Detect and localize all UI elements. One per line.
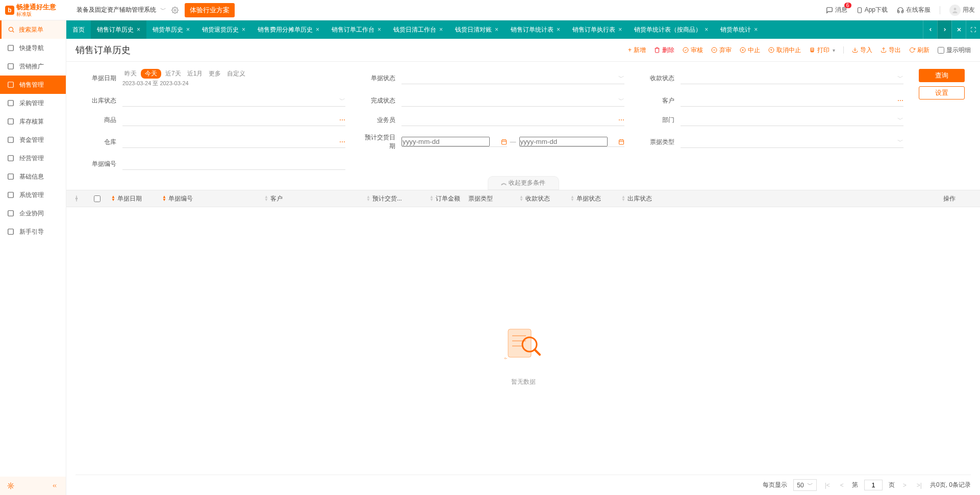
stop-button[interactable]: 中止 <box>740 46 760 55</box>
sidebar-item-1[interactable]: 营销推广 <box>0 57 66 76</box>
per-page-select[interactable]: 50 ﹀ <box>793 479 816 491</box>
expected-date-from[interactable] <box>401 137 507 147</box>
import-button[interactable]: 导入 <box>852 46 872 55</box>
close-icon[interactable]: × <box>316 26 319 33</box>
tab-0[interactable]: 首页 <box>66 20 91 39</box>
sidebar-item-8[interactable]: 系统管理 <box>0 186 66 204</box>
print-button[interactable]: 打印 <box>809 46 835 55</box>
cancel-stop-button[interactable]: 取消中止 <box>768 46 801 55</box>
tab-2[interactable]: 销货单历史× <box>146 20 196 39</box>
close-icon[interactable]: × <box>754 26 758 33</box>
show-detail-checkbox[interactable]: 显示明细 <box>938 46 971 55</box>
close-icon[interactable]: × <box>378 26 381 33</box>
tab-11[interactable]: 销货单统计× <box>714 20 764 39</box>
sidebar-item-5[interactable]: 资金管理 <box>0 131 66 149</box>
show-detail-checkbox-input[interactable] <box>938 47 944 54</box>
tabs-scroll-left[interactable] <box>923 20 937 39</box>
system-selector[interactable]: 装备及固定资产辅助管理系统 ﹀ <box>77 6 166 14</box>
expected-date-to-input[interactable] <box>519 137 608 146</box>
tabs-scroll-right[interactable] <box>937 20 951 39</box>
tab-7[interactable]: 钱货日清对账× <box>449 20 505 39</box>
date-opt-0[interactable]: 昨天 <box>122 69 139 79</box>
sidebar-item-4[interactable]: 库存核算 <box>0 112 66 131</box>
page-prev[interactable]: < <box>838 482 846 489</box>
col-collect-status[interactable]: ▲▼收款状态 <box>515 190 566 207</box>
tab-4[interactable]: 销售费用分摊单历史× <box>252 20 325 39</box>
refresh-button[interactable]: 刷新 <box>909 46 929 55</box>
experience-button[interactable]: 体验行业方案 <box>185 3 235 17</box>
page-next[interactable]: > <box>901 482 909 489</box>
date-opt-5[interactable]: 自定义 <box>225 69 247 79</box>
col-ticket[interactable]: 票据类型 <box>464 190 515 207</box>
sidebar-item-3[interactable]: 采购管理 <box>0 94 66 112</box>
tab-3[interactable]: 销货退货历史× <box>196 20 252 39</box>
tab-1[interactable]: 销售订单历史× <box>91 20 146 39</box>
sidebar-item-7[interactable]: 基础信息 <box>0 167 66 186</box>
query-button[interactable]: 查询 <box>919 69 965 82</box>
tab-9[interactable]: 销售订单执行表× <box>566 20 628 39</box>
col-expected[interactable]: ▲▼预计交货... <box>362 190 413 207</box>
select-all-checkbox[interactable] <box>87 190 107 207</box>
tabs-fullscreen[interactable] <box>966 20 980 39</box>
col-bill-date[interactable]: ▲▼单据日期 <box>107 190 158 207</box>
col-amount[interactable]: ▲▼订单金额 <box>413 190 464 207</box>
page-first[interactable]: |< <box>823 482 832 489</box>
col-bill-status[interactable]: ▲▼单据状态 <box>566 190 617 207</box>
online-service-button[interactable]: 在线客服 <box>897 6 931 14</box>
gear-icon[interactable] <box>171 7 179 14</box>
complete-status-select[interactable]: ﹀ <box>401 94 624 107</box>
delete-button[interactable]: 删除 <box>654 46 674 55</box>
date-opt-4[interactable]: 更多 <box>207 69 223 79</box>
col-customer[interactable]: ▲▼客户 <box>260 190 362 207</box>
tab-6[interactable]: 钱货日清工作台× <box>387 20 449 39</box>
date-opt-1[interactable]: 今天 <box>141 69 161 79</box>
sidebar-item-0[interactable]: 快捷导航 <box>0 39 66 57</box>
page-last[interactable]: >| <box>915 482 924 489</box>
calendar-icon[interactable] <box>618 139 624 145</box>
tab-10[interactable]: 销货单统计表（按商品）× <box>628 20 714 39</box>
sidebar-search[interactable]: 搜索菜单 <box>0 20 66 39</box>
close-icon[interactable]: × <box>705 26 708 33</box>
close-icon[interactable]: × <box>186 26 190 33</box>
page-input[interactable] <box>864 480 883 490</box>
settings-icon[interactable] <box>7 482 14 489</box>
expected-date-to[interactable] <box>519 137 625 147</box>
expected-date-from-input[interactable] <box>401 137 490 146</box>
salesman-picker[interactable]: ⋯ <box>401 114 624 126</box>
close-icon[interactable]: × <box>242 26 245 33</box>
goods-picker[interactable]: ⋯ <box>122 114 345 126</box>
close-icon[interactable]: × <box>137 26 140 33</box>
date-opt-3[interactable]: 近1月 <box>185 69 205 79</box>
close-icon[interactable]: × <box>618 26 622 33</box>
abandon-button[interactable]: 弃审 <box>711 46 732 55</box>
collapse-filters-button[interactable]: ︽ 收起更多条件 <box>488 176 559 190</box>
out-status-select[interactable]: ﹀ <box>122 94 345 107</box>
add-button[interactable]: +新增 <box>628 46 646 55</box>
calendar-icon[interactable] <box>501 139 507 145</box>
department-select[interactable]: ﹀ <box>681 114 903 126</box>
export-button[interactable]: 导出 <box>881 46 901 55</box>
audit-button[interactable]: 审核 <box>683 46 703 55</box>
bill-no-input[interactable] <box>122 160 345 167</box>
tab-8[interactable]: 销售订单统计表× <box>505 20 566 39</box>
user-menu[interactable]: 用友 <box>949 5 975 16</box>
tabs-close-all[interactable] <box>951 20 966 39</box>
message-button[interactable]: 消息 6 <box>826 6 847 14</box>
settings-button[interactable]: 设置 <box>919 86 965 100</box>
app-download-button[interactable]: App下载 <box>857 6 888 14</box>
ticket-type-select[interactable]: ﹀ <box>681 136 903 148</box>
sidebar-item-10[interactable]: 新手引导 <box>0 222 66 241</box>
collect-status-select[interactable]: ﹀ <box>681 72 903 84</box>
collapse-sidebar-icon[interactable] <box>51 483 59 489</box>
tab-5[interactable]: 销售订单工作台× <box>325 20 387 39</box>
sidebar-item-6[interactable]: 经营管理 <box>0 149 66 167</box>
bill-status-select[interactable]: ﹀ <box>401 72 624 84</box>
date-opt-2[interactable]: 近7天 <box>163 69 183 79</box>
col-out-status[interactable]: ▲▼出库状态 <box>617 190 939 207</box>
warehouse-picker[interactable]: ⋯ <box>122 136 345 148</box>
col-bill-no[interactable]: ▲▼单据编号 <box>158 190 260 207</box>
close-icon[interactable]: × <box>557 26 560 33</box>
table-settings-col[interactable] <box>66 190 87 207</box>
close-icon[interactable]: × <box>439 26 443 33</box>
close-icon[interactable]: × <box>495 26 498 33</box>
